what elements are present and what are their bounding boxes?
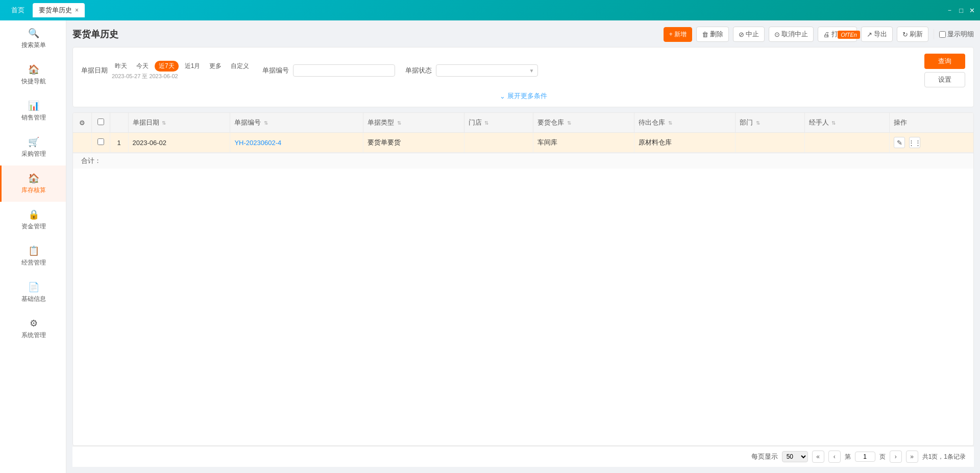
shortcut-today[interactable]: 今天 bbox=[133, 61, 152, 72]
row-edit-button[interactable]: ✎ bbox=[894, 137, 905, 148]
doc-status-filter-group: 单据状态 ▼ bbox=[405, 64, 538, 77]
page-title: 要货单历史 bbox=[72, 28, 118, 40]
td-req-warehouse: 车间库 bbox=[533, 133, 634, 153]
req-warehouse-sort-icon[interactable]: ⇅ bbox=[567, 120, 571, 126]
sidebar-label-purchase-mgmt: 采购管理 bbox=[21, 150, 46, 158]
stop-icon: ⊘ bbox=[739, 31, 744, 38]
store-sort-icon[interactable]: ⇅ bbox=[484, 120, 488, 126]
date-shortcuts: 昨天 今天 近7天 近1月 更多 自定义 bbox=[112, 61, 252, 72]
purchase-mgmt-icon: 🛒 bbox=[28, 136, 39, 148]
query-button[interactable]: 查询 bbox=[924, 54, 965, 69]
expand-more-label: 展开更多条件 bbox=[507, 91, 547, 101]
table-header-row: ⚙ 单据日期 ⇅ 单据编号 ⇅ bbox=[73, 113, 973, 133]
date-filter-group: 单据日期 昨天 今天 近7天 近1月 更多 自定义 2023-05-27 至 2… bbox=[81, 61, 252, 80]
th-row-num bbox=[110, 113, 128, 133]
maximize-icon[interactable]: □ bbox=[959, 7, 963, 14]
close-icon[interactable]: ✕ bbox=[969, 7, 975, 14]
data-table: ⚙ 单据日期 ⇅ 单据编号 ⇅ bbox=[73, 113, 973, 153]
show-detail-toggle[interactable]: 显示明细 bbox=[939, 30, 974, 39]
td-doc-date: 2023-06-02 bbox=[128, 133, 230, 153]
shortcut-7days[interactable]: 近7天 bbox=[155, 61, 179, 72]
minimize-icon[interactable]: － bbox=[946, 6, 953, 15]
often-badge: OfTEn bbox=[838, 31, 860, 39]
sales-mgmt-icon: 📊 bbox=[28, 100, 39, 111]
content-area: 要货单历史 + 新增 🗑 删除 ⊘ 中止 ⊙ 取消中止 🖨 打印 bbox=[66, 20, 980, 473]
sidebar-label-system-mgmt: 系统管理 bbox=[21, 331, 46, 340]
tab-home[interactable]: 首页 bbox=[5, 3, 31, 17]
doc-status-select[interactable] bbox=[436, 64, 538, 77]
shortcut-1month[interactable]: 近1月 bbox=[182, 61, 204, 72]
row-actions-group: ✎ ⋮⋮ bbox=[894, 137, 969, 148]
page-size-select[interactable]: 50 100 200 bbox=[782, 451, 808, 462]
tab-close-icon[interactable]: × bbox=[75, 7, 79, 14]
setting-button[interactable]: 设置 bbox=[924, 72, 965, 87]
td-doc-number: YH-20230602-4 bbox=[230, 133, 363, 153]
delete-icon: 🗑 bbox=[702, 31, 708, 38]
filter-row-main: 单据日期 昨天 今天 近7天 近1月 更多 自定义 2023-05-27 至 2… bbox=[81, 54, 965, 87]
doc-number-sort-icon[interactable]: ⇅ bbox=[264, 120, 268, 126]
cancel-stop-button[interactable]: ⊙ 取消中止 bbox=[769, 27, 814, 42]
sidebar-label-finance-mgmt: 资金管理 bbox=[21, 222, 46, 231]
th-handler: 经手人 ⇅ bbox=[804, 113, 890, 133]
td-actions: ✎ ⋮⋮ bbox=[890, 133, 973, 153]
td-settings bbox=[73, 133, 91, 153]
sidebar-item-quick-nav[interactable]: 🏠 快捷导航 bbox=[0, 57, 66, 93]
select-all-checkbox[interactable] bbox=[97, 119, 104, 125]
sidebar-item-system-mgmt[interactable]: ⚙ 系统管理 bbox=[0, 311, 66, 347]
doc-type-sort-icon[interactable]: ⇅ bbox=[397, 120, 401, 126]
doc-number-link[interactable]: YH-20230602-4 bbox=[234, 139, 281, 147]
th-settings: ⚙ bbox=[73, 113, 91, 133]
delete-button[interactable]: 🗑 删除 bbox=[696, 27, 729, 42]
td-department bbox=[736, 133, 805, 153]
shortcut-yesterday[interactable]: 昨天 bbox=[112, 61, 130, 72]
doc-number-input[interactable] bbox=[293, 64, 395, 77]
td-row-num: 1 bbox=[110, 133, 128, 153]
show-detail-checkbox[interactable] bbox=[939, 31, 946, 38]
shortcut-more[interactable]: 更多 bbox=[206, 61, 225, 72]
sidebar-item-search-menu[interactable]: 🔍 搜索菜单 bbox=[0, 20, 66, 57]
doc-number-filter-group: 单据编号 bbox=[262, 64, 395, 77]
footer-total-label: 合计： bbox=[81, 156, 122, 165]
td-checkbox bbox=[91, 133, 110, 153]
page-size-label: 每页显示 bbox=[751, 452, 778, 461]
row-checkbox[interactable] bbox=[97, 138, 104, 145]
page-word: 页 bbox=[879, 453, 886, 461]
expand-more-btn[interactable]: ⌄ 展开更多条件 bbox=[81, 91, 965, 101]
doc-date-sort-icon[interactable]: ⇅ bbox=[162, 120, 166, 126]
export-button[interactable]: ↗ 导出 bbox=[861, 27, 893, 42]
th-doc-number: 单据编号 ⇅ bbox=[230, 113, 363, 133]
sidebar-label-search-menu: 搜索菜单 bbox=[21, 41, 46, 50]
sidebar-item-finance-mgmt[interactable]: 🔒 资金管理 bbox=[0, 202, 66, 238]
shortcut-custom[interactable]: 自定义 bbox=[228, 61, 252, 72]
td-pending-warehouse: 原材料仓库 bbox=[634, 133, 736, 153]
prev-page-button[interactable]: ‹ bbox=[828, 451, 841, 463]
page-label: 第 bbox=[845, 453, 851, 461]
th-doc-type: 单据类型 ⇅ bbox=[363, 113, 464, 133]
tab-requisition-history[interactable]: 要货单历史 × bbox=[33, 3, 85, 17]
first-page-button[interactable]: « bbox=[812, 451, 824, 463]
expand-more-icon: ⌄ bbox=[500, 92, 505, 100]
sidebar-item-basic-info[interactable]: 📄 基础信息 bbox=[0, 274, 66, 311]
th-req-warehouse: 要货仓库 ⇅ bbox=[533, 113, 634, 133]
cancel-stop-icon: ⊙ bbox=[774, 31, 780, 38]
next-page-button[interactable]: › bbox=[890, 451, 902, 463]
current-page-input[interactable] bbox=[855, 452, 875, 462]
td-store bbox=[464, 133, 533, 153]
date-filter-label: 单据日期 bbox=[81, 66, 108, 75]
last-page-button[interactable]: » bbox=[906, 451, 918, 463]
sidebar-item-inventory[interactable]: 🏠 库存核算 bbox=[0, 165, 66, 202]
settings-icon[interactable]: ⚙ bbox=[79, 119, 85, 127]
stop-button[interactable]: ⊘ 中止 bbox=[733, 27, 765, 42]
refresh-button[interactable]: ↻ 刷新 bbox=[897, 27, 928, 42]
sidebar-item-sales-mgmt[interactable]: 📊 销售管理 bbox=[0, 93, 66, 129]
table-row: 1 2023-06-02 YH-20230602-4 要货单要货 车间库 原材料… bbox=[73, 133, 973, 153]
add-button[interactable]: + 新增 bbox=[664, 27, 692, 42]
pending-warehouse-sort-icon[interactable]: ⇅ bbox=[668, 120, 672, 126]
th-doc-date: 单据日期 ⇅ bbox=[128, 113, 230, 133]
footer-total-bar: 合计： bbox=[73, 153, 973, 169]
department-sort-icon[interactable]: ⇅ bbox=[756, 120, 760, 126]
sidebar-item-operations-mgmt[interactable]: 📋 经营管理 bbox=[0, 238, 66, 274]
handler-sort-icon[interactable]: ⇅ bbox=[831, 120, 836, 126]
row-more-button[interactable]: ⋮⋮ bbox=[909, 137, 920, 148]
sidebar-item-purchase-mgmt[interactable]: 🛒 采购管理 bbox=[0, 129, 66, 165]
